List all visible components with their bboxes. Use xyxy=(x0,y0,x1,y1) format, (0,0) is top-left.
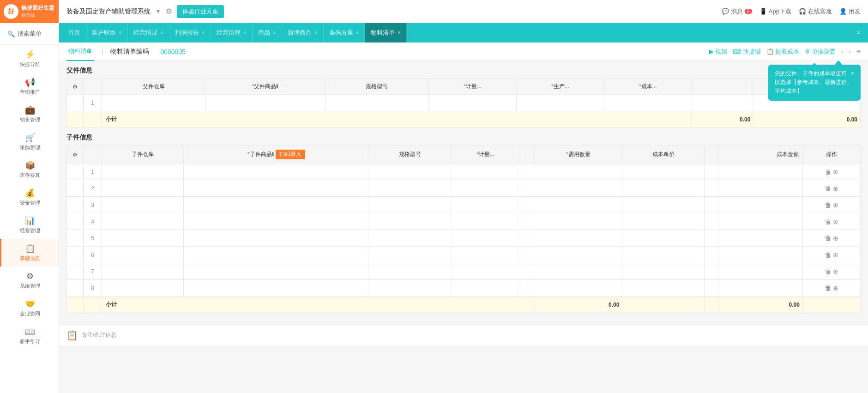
sidebar-item-inventory[interactable]: 📦 库存核算 xyxy=(0,156,59,183)
child-row1-unitcost[interactable] xyxy=(622,163,704,180)
child-row2-unit[interactable] xyxy=(451,180,520,197)
tab-operations[interactable]: 经营情况 × xyxy=(128,23,169,42)
child-row1-warehouse[interactable] xyxy=(102,163,184,180)
child-row2-goods[interactable] xyxy=(184,180,369,197)
sidebar-item-purchase[interactable]: 🛒 采购管理 xyxy=(0,128,59,156)
child-settings-icon[interactable]: ⚙ xyxy=(72,151,78,158)
nav-prev[interactable]: ‹ xyxy=(841,48,843,55)
delete-row4-btn[interactable]: 🗑 xyxy=(825,218,831,225)
delete-row3-btn[interactable]: 🗑 xyxy=(825,201,831,209)
tab-new-goods[interactable]: 新增商品 × xyxy=(282,23,324,42)
close-all-tabs[interactable]: × xyxy=(853,29,864,37)
dropdown-icon[interactable]: ▼ xyxy=(155,8,161,15)
copy-row8-btn[interactable]: ⊕ xyxy=(833,284,838,292)
sidebar-item-marketing[interactable]: 📢 营销推广 xyxy=(0,73,59,100)
finance-icon: 💰 xyxy=(25,188,35,198)
tab-new-goods-close[interactable]: × xyxy=(314,30,318,36)
parent-th-num xyxy=(84,79,102,95)
inventory-label: 库存核算 xyxy=(20,172,40,179)
copy-row5-btn[interactable]: ⊕ xyxy=(833,235,838,242)
settings-icon[interactable]: ⚙ xyxy=(72,84,78,90)
app-download-btn[interactable]: 📱 App下载 xyxy=(760,7,791,16)
trial-btn[interactable]: 体验行业方案 xyxy=(177,5,224,18)
tooltip-close[interactable]: × xyxy=(851,69,854,78)
extract-cost-link[interactable]: 📋 提取成本 xyxy=(766,48,799,56)
sidebar-item-finance[interactable]: 💰 资金管理 xyxy=(0,183,59,211)
tab-customer-label: 客户联络 xyxy=(92,29,116,37)
copy-row6-btn[interactable]: ⊕ xyxy=(833,251,838,259)
user-btn[interactable]: 👤 用友 xyxy=(839,7,861,16)
doc-settings-link[interactable]: ⚙ 单据设置 xyxy=(805,48,836,56)
scan-input-btn[interactable]: 扫码录入 xyxy=(276,150,305,159)
tab-operations-close[interactable]: × xyxy=(160,30,163,36)
tab-barcode[interactable]: 条码方案 × xyxy=(324,23,365,42)
finance-label: 资金管理 xyxy=(20,200,40,206)
delete-row1-btn[interactable]: 🗑 xyxy=(825,168,831,175)
message-badge: 6 xyxy=(745,9,752,14)
sub-tab-bom[interactable]: 物料清单 xyxy=(66,42,94,61)
copy-row7-btn[interactable]: ⊕ xyxy=(833,268,838,275)
sidebar-item-system[interactable]: ⚙ 系统管理 xyxy=(0,266,59,294)
tab-bom[interactable]: 物料清单 × xyxy=(365,23,407,42)
child-row1-spec[interactable] xyxy=(369,163,451,180)
parent-row1-cost[interactable] xyxy=(604,95,692,111)
child-row2-warehouse[interactable] xyxy=(102,180,184,197)
tab-history-close[interactable]: × xyxy=(243,30,247,36)
tab-profit[interactable]: 利润报告 × xyxy=(169,23,211,42)
tab-goods-close[interactable]: × xyxy=(273,30,276,36)
tab-profit-label: 利润报告 xyxy=(175,29,199,37)
child-row1-unit[interactable] xyxy=(451,163,520,180)
child-row1-num: 1 xyxy=(84,163,102,180)
child-row1-qty[interactable] xyxy=(534,163,622,180)
sidebar-item-cooperation[interactable]: 🤝 企业协同 xyxy=(0,294,59,322)
parent-row1-production[interactable] xyxy=(516,95,604,111)
tab-barcode-close[interactable]: × xyxy=(356,30,359,36)
delete-row7-btn[interactable]: 🗑 xyxy=(825,268,831,275)
parent-th-cost: *成本... xyxy=(604,79,692,95)
parent-row1-unit[interactable] xyxy=(429,95,517,111)
view-toggle[interactable]: ≡ xyxy=(856,48,861,56)
guide-icon: 📖 xyxy=(25,326,35,337)
tab-home[interactable]: 首页 xyxy=(63,23,86,42)
sidebar-item-sales[interactable]: 💼 销售管理 xyxy=(0,100,59,128)
parent-row1-spec[interactable] xyxy=(325,95,428,111)
copy-row1-btn[interactable]: ⊕ xyxy=(833,168,838,175)
child-row2-qty[interactable] xyxy=(534,180,622,197)
delete-row8-btn[interactable]: 🗑 xyxy=(825,284,831,292)
marketing-icon: 📢 xyxy=(25,77,35,87)
copy-row2-btn[interactable]: ⊕ xyxy=(833,185,838,192)
sidebar-item-basic-info[interactable]: 📋 基础信息 xyxy=(0,239,59,266)
tab-customer[interactable]: 客户联络 × xyxy=(86,23,128,42)
delete-row5-btn[interactable]: 🗑 xyxy=(825,235,831,242)
tab-profit-close[interactable]: × xyxy=(202,30,205,36)
delete-row2-btn[interactable]: 🗑 xyxy=(825,185,831,192)
nav-next[interactable]: › xyxy=(849,48,850,55)
tab-goods[interactable]: 商品 × xyxy=(253,23,282,42)
copy-row4-btn[interactable]: ⊕ xyxy=(833,218,838,225)
shortcut-link[interactable]: ⌨ 快捷键 xyxy=(733,48,761,56)
search-menu-btn[interactable]: 🔍 搜索菜单 xyxy=(4,27,55,41)
video-link[interactable]: ▶ 视频 xyxy=(709,48,727,56)
delete-row6-btn[interactable]: 🗑 xyxy=(825,251,831,259)
sidebar-item-quick-nav[interactable]: ⚡ 快捷导航 xyxy=(0,45,59,73)
message-btn[interactable]: 💬 消息 6 xyxy=(722,7,752,16)
tab-customer-close[interactable]: × xyxy=(119,30,122,36)
online-service-btn[interactable]: 🎧 在线客服 xyxy=(799,7,832,16)
tab-history[interactable]: 经营历程 × xyxy=(211,23,253,42)
child-row2-unitcost[interactable] xyxy=(622,180,704,197)
child-row1-goods[interactable] xyxy=(184,163,369,180)
parent-row1-num: 1 xyxy=(84,95,102,111)
child-row-4: 4 🗑⊕ xyxy=(67,213,861,230)
child-row2-spec[interactable] xyxy=(369,180,451,197)
video-icon: ▶ xyxy=(709,48,714,55)
sidebar-search[interactable]: 🔍 搜索菜单 xyxy=(0,23,59,45)
parent-row1-warehouse[interactable] xyxy=(102,95,205,111)
sidebar-item-operations[interactable]: 📊 经营管理 xyxy=(0,211,59,239)
parent-th-warehouse: 父件仓库 xyxy=(102,79,205,95)
tab-bom-close[interactable]: × xyxy=(398,30,401,36)
sidebar-item-guide[interactable]: 📖 新手引导 xyxy=(0,322,59,350)
video-label: 视频 xyxy=(715,48,727,56)
settings-icon[interactable]: ⚙ xyxy=(166,7,172,16)
copy-row3-btn[interactable]: ⊕ xyxy=(833,201,838,209)
parent-row1-goods[interactable] xyxy=(205,95,326,111)
